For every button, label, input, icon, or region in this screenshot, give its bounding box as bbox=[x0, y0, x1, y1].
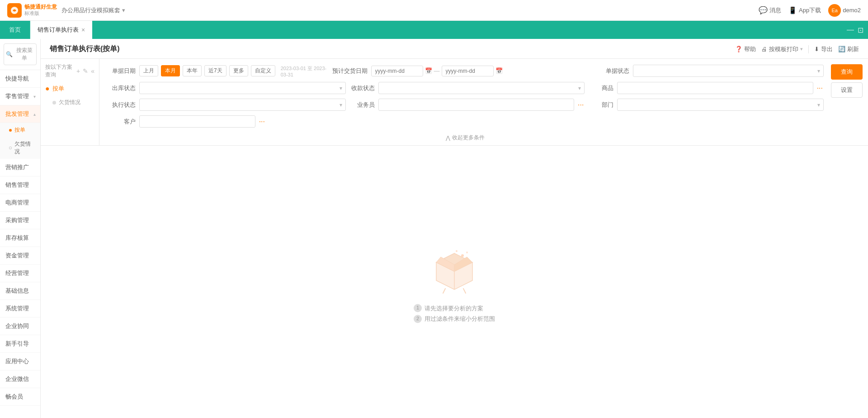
status-label: 单据状态 bbox=[600, 67, 633, 75]
member-label: 畅会员 bbox=[5, 393, 23, 401]
sidebar-item-marketing[interactable]: 营销推广 bbox=[0, 159, 40, 176]
purchase-label: 采购管理 bbox=[5, 216, 29, 224]
maximize-icon[interactable]: ⊡ bbox=[858, 26, 863, 34]
date-btn-this-month[interactable]: 本月 bbox=[161, 65, 180, 76]
sidebar-item-basic[interactable]: 基础信息 bbox=[0, 282, 40, 300]
sidebar-item-finance[interactable]: 资金管理 bbox=[0, 247, 40, 265]
data-area: 1 请先选择要分析的方案 2 用过滤条件来缩小分析范围 bbox=[41, 146, 868, 418]
print-icon: 🖨 bbox=[761, 46, 767, 52]
scheme-panel: 按以下方案查询 + ✎ « ● 按单 欠货情况 bbox=[41, 59, 99, 145]
app-download-btn[interactable]: 📱 App下载 bbox=[788, 6, 821, 14]
date-btn-custom[interactable]: 自定义 bbox=[251, 65, 275, 76]
salesman-input[interactable] bbox=[378, 99, 574, 111]
salesman-more-btn[interactable]: ··· bbox=[577, 101, 585, 109]
sidebar-item-appstore[interactable]: 应用中心 bbox=[0, 353, 40, 370]
export-btn[interactable]: ⬇ 导出 bbox=[814, 45, 833, 53]
delivery-status-select[interactable] bbox=[139, 82, 346, 94]
sidebar-item-corp-wx[interactable]: 企业微信 bbox=[0, 370, 40, 388]
wholesale-label: 批发管理 bbox=[5, 110, 29, 118]
status-select-wrapper: ▾ bbox=[633, 65, 824, 77]
delivery-date-start-input[interactable] bbox=[371, 66, 423, 76]
collapse-label: 收起更多条件 bbox=[452, 134, 485, 142]
app-title-text: 办公用品行业模拟账套 bbox=[61, 6, 120, 14]
retail-label: 零售管理 bbox=[5, 92, 29, 100]
operations-label: 经营管理 bbox=[5, 269, 29, 277]
scheme-sub-label-debt: 欠货情况 bbox=[59, 99, 80, 106]
quick-nav-label: 快捷导航 bbox=[5, 75, 29, 83]
dept-ctrl: ▾ bbox=[617, 99, 824, 111]
status-ctrl: ▾ bbox=[633, 65, 824, 77]
sidebar-item-member[interactable]: 畅会员 bbox=[0, 388, 40, 406]
sidebar-item-wholesale[interactable]: 批发管理 ▴ bbox=[0, 105, 40, 123]
submenu-label-debt: 欠货情况 bbox=[14, 140, 34, 156]
tip-text-1: 请先选择要分析的方案 bbox=[425, 303, 483, 314]
customer-input[interactable] bbox=[139, 115, 255, 128]
sidebar-item-ecommerce[interactable]: 电商管理 bbox=[0, 194, 40, 212]
goods-ctrl: ··· bbox=[617, 82, 824, 94]
tab-home-label: 首页 bbox=[9, 26, 21, 34]
date-btn-7days[interactable]: 近7天 bbox=[204, 65, 226, 76]
date-btn-more[interactable]: 更多 bbox=[229, 65, 248, 76]
status-select[interactable] bbox=[633, 65, 824, 77]
user-name: demo2 bbox=[843, 7, 861, 14]
submenu-item-debt[interactable]: 欠货情况 bbox=[0, 137, 40, 159]
payment-status-label: 收款状态 bbox=[346, 84, 378, 92]
sidebar-item-inventory[interactable]: 库存核算 bbox=[0, 229, 40, 247]
payment-status-select[interactable] bbox=[378, 82, 585, 94]
sidebar-item-newbie[interactable]: 新手引导 bbox=[0, 335, 40, 353]
tab-active[interactable]: 销售订单执行表 × bbox=[30, 21, 92, 39]
goods-input[interactable] bbox=[617, 82, 813, 94]
search-icon: 🔍 bbox=[6, 51, 13, 57]
tip-text-2: 用过滤条件来缩小分析范围 bbox=[425, 314, 495, 324]
delivery-status-ctrl: ▾ bbox=[139, 82, 346, 94]
date-btn-last-month[interactable]: 上月 bbox=[139, 65, 158, 76]
goods-more-btn[interactable]: ··· bbox=[816, 84, 824, 92]
tab-home[interactable]: 首页 bbox=[0, 21, 30, 39]
app-title-expand-icon[interactable]: ▾ bbox=[122, 7, 125, 14]
sidebar-item-sales[interactable]: 销售管理 bbox=[0, 176, 40, 194]
sidebar-item-retail[interactable]: 零售管理 ▾ bbox=[0, 88, 40, 105]
submenu-item-order[interactable]: 按单 bbox=[0, 123, 40, 137]
logo-icon bbox=[7, 3, 22, 18]
logo-text: 畅捷通好生意 bbox=[24, 4, 57, 10]
sidebar-item-quick-nav[interactable]: 快捷导航 bbox=[0, 70, 40, 88]
sidebar-item-system[interactable]: 系统管理 bbox=[0, 300, 40, 318]
date-label: 单据日期 bbox=[107, 67, 139, 75]
exec-status-select[interactable] bbox=[139, 99, 346, 111]
sidebar-item-corp[interactable]: 企业协同 bbox=[0, 318, 40, 335]
collapse-btn[interactable]: ⋀ 收起更多条件 bbox=[446, 134, 485, 142]
settings-button[interactable]: 设置 bbox=[831, 82, 863, 98]
scheme-edit-btn[interactable]: ✎ bbox=[83, 67, 88, 75]
sidebar-search-btn[interactable]: 🔍 搜索菜单 bbox=[4, 43, 37, 65]
sidebar-item-operations[interactable]: 经营管理 bbox=[0, 265, 40, 282]
minimize-icon[interactable]: — bbox=[847, 26, 854, 34]
message-label: 消息 bbox=[769, 6, 781, 14]
scheme-collapse-btn[interactable]: « bbox=[91, 67, 94, 75]
scheme-item-order[interactable]: ● 按单 bbox=[41, 81, 99, 96]
sidebar-item-purchase[interactable]: 采购管理 bbox=[0, 212, 40, 229]
scheme-sub-debt[interactable]: 欠货情况 bbox=[41, 96, 99, 109]
delivery-date-ctrl: 📅 — 📅 bbox=[371, 66, 600, 76]
delivery-date-end-input[interactable] bbox=[442, 66, 494, 76]
tab-close-icon[interactable]: × bbox=[81, 27, 85, 33]
help-btn[interactable]: ❓ 帮助 bbox=[735, 45, 756, 53]
refresh-icon: 🔄 bbox=[838, 46, 845, 52]
refresh-btn[interactable]: 🔄 刷新 bbox=[838, 45, 859, 53]
help-icon: ❓ bbox=[735, 46, 742, 52]
user-area[interactable]: Ea demo2 bbox=[828, 4, 861, 17]
customer-more-btn[interactable]: ··· bbox=[258, 118, 266, 126]
date-ctrl: 上月 本月 本年 近7天 更多 自定义 2023-03-01 至 2023-03… bbox=[139, 64, 330, 77]
delivery-date-end-cal-icon[interactable]: 📅 bbox=[495, 67, 503, 74]
query-button[interactable]: 查询 bbox=[831, 64, 863, 80]
corp-label: 企业协同 bbox=[5, 322, 29, 330]
date-btn-this-year[interactable]: 本年 bbox=[183, 65, 202, 76]
filter-row-3: 执行状态 ▾ 业务员 ··· bbox=[107, 99, 824, 111]
marketing-label: 营销推广 bbox=[5, 163, 29, 171]
print-btn[interactable]: 🖨 按模板打印 ▾ bbox=[761, 45, 809, 53]
message-btn[interactable]: 💬 消息 bbox=[759, 6, 781, 14]
delivery-date-start-cal-icon[interactable]: 📅 bbox=[425, 67, 432, 74]
exec-status-select-wrapper: ▾ bbox=[139, 99, 346, 111]
dept-select[interactable] bbox=[617, 99, 824, 111]
scheme-add-btn[interactable]: + bbox=[76, 67, 80, 75]
collapse-icon: ⋀ bbox=[446, 135, 450, 141]
